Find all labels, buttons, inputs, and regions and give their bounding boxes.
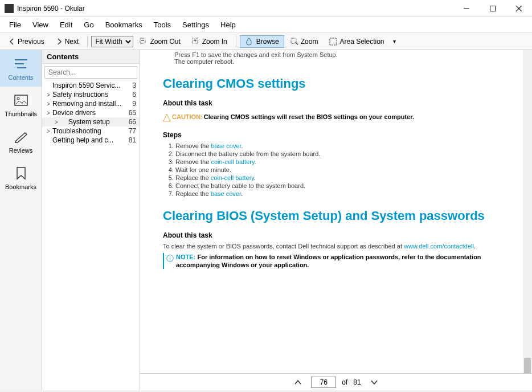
toc-label: Troubleshooting (52, 127, 124, 135)
menu-tools[interactable]: Tools (149, 18, 175, 31)
contents-icon (13, 56, 29, 72)
about-task-label-2: About this task (163, 231, 509, 239)
minimize-button[interactable] (453, 0, 480, 17)
toc-expand-icon[interactable]: > (44, 101, 52, 107)
menu-settings[interactable]: Settings (178, 18, 214, 31)
svg-point-16 (17, 97, 19, 100)
search-input[interactable] (44, 66, 137, 79)
step-item: Connect the battery cable to the system … (175, 182, 509, 189)
page-of-label: of (342, 378, 347, 386)
toc-item[interactable]: >Safety instructions6 (42, 90, 140, 99)
caution-text: Clearing CMOS settings will reset the BI… (204, 113, 414, 120)
zoom-in-button[interactable]: Zoom In (187, 35, 232, 48)
menu-file[interactable]: File (5, 18, 26, 31)
area-selection-label: Area Selection (339, 38, 384, 46)
toc-item[interactable]: >Removing and install...9 (42, 99, 140, 108)
sidebar-tabs: Contents Thumbnails Reviews Bookmarks (0, 50, 42, 390)
caution-icon: △ (163, 111, 171, 123)
area-selection-button[interactable]: Area Selection (324, 35, 389, 48)
zoom-tool-button[interactable]: Zoom (285, 35, 324, 48)
document-viewport[interactable]: Press F1 to save the changes and exit fr… (140, 50, 532, 373)
toc-item[interactable]: Inspiron 5590 Servic...3 (42, 81, 140, 90)
scrollbar-thumb[interactable] (524, 358, 531, 373)
sidebar-tab-bookmarks[interactable]: Bookmarks (0, 160, 42, 196)
toc-item[interactable]: >Device drivers65 (42, 108, 140, 117)
zoom-label: Zoom (301, 38, 318, 46)
next-button[interactable]: Next (51, 35, 84, 48)
menu-edit[interactable]: Edit (55, 18, 77, 31)
step-link[interactable]: base cover (211, 190, 241, 197)
previous-button[interactable]: Previous (3, 35, 50, 48)
toc-item[interactable]: >System setup66 (42, 117, 140, 126)
zoom-in-icon (192, 38, 200, 46)
step-item: Replace the base cover. (175, 190, 509, 197)
zoom-select[interactable]: Fit Width (91, 36, 133, 47)
zoom-out-button[interactable]: Zoom Out (134, 35, 185, 48)
selection-icon (329, 38, 337, 46)
window-title: Inspiron 5590 - Okular (17, 5, 85, 13)
reviews-icon (13, 129, 29, 145)
maximize-button[interactable] (480, 0, 506, 17)
sidebar-tab-thumbnails[interactable]: Thumbnails (0, 87, 42, 123)
zoom-in-label: Zoom In (202, 38, 227, 46)
page-number-input[interactable] (311, 377, 336, 388)
zoom-out-icon (140, 38, 148, 46)
heading-clearing-bios: Clearing BIOS (System Setup) and System … (163, 209, 509, 223)
para-pre: To clear the system or BIOS passwords, c… (163, 243, 404, 250)
svg-rect-1 (490, 6, 496, 11)
toc-item[interactable]: Getting help and c...81 (42, 136, 140, 145)
toc-label: System setup (60, 118, 124, 126)
cut-text-1: Press F1 to save the changes and exit fr… (174, 51, 509, 58)
toc-list: Inspiron 5590 Servic...3>Safety instruct… (42, 81, 140, 390)
step-item: Remove the base cover. (175, 142, 509, 149)
heading-clearing-cmos: Clearing CMOS settings (163, 76, 509, 91)
steps-list: Remove the base cover.Disconnect the bat… (163, 142, 509, 197)
toc-expand-icon[interactable]: > (52, 119, 60, 125)
step-link[interactable]: coin-cell battery (211, 158, 254, 165)
contact-link[interactable]: www.dell.com/contactdell (404, 243, 474, 250)
menu-bar: File View Edit Go Bookmarks Tools Settin… (0, 17, 532, 33)
menu-bookmarks[interactable]: Bookmarks (101, 18, 147, 31)
toc-expand-icon[interactable]: > (44, 110, 52, 116)
step-item: Wait for one minute. (175, 166, 509, 173)
step-link[interactable]: coin-cell battery (211, 174, 254, 181)
steps-label: Steps (163, 131, 509, 139)
sidebar-tab-contents[interactable]: Contents (0, 50, 42, 87)
toc-page: 65 (124, 109, 137, 117)
sidebar-tab-reviews[interactable]: Reviews (0, 123, 42, 160)
menu-help[interactable]: Help (216, 18, 240, 31)
menu-view[interactable]: View (28, 18, 53, 31)
cut-text-2: The computer reboot. (174, 58, 509, 65)
document-area: Press F1 to save the changes and exit fr… (140, 50, 532, 390)
zoom-icon (290, 38, 298, 46)
toc-page: 77 (124, 127, 137, 135)
step-link[interactable]: base cover (211, 142, 241, 149)
toc-expand-icon[interactable]: > (44, 92, 52, 98)
step-item: Replace the coin-cell battery. (175, 174, 509, 181)
chevron-right-icon (56, 38, 63, 45)
about-task-label: About this task (163, 99, 509, 107)
next-label: Next (65, 38, 79, 46)
menu-go[interactable]: Go (79, 18, 98, 31)
page-up-button[interactable] (290, 378, 305, 386)
vertical-scrollbar[interactable] (523, 50, 532, 373)
toc-page: 3 (124, 81, 137, 89)
toc-item[interactable]: >Troubleshooting77 (42, 126, 140, 136)
sidebar-tab-bookmarks-label: Bookmarks (5, 183, 36, 190)
para-post: . (474, 243, 476, 250)
chevron-left-icon (9, 38, 15, 45)
note-text: For information on how to reset Windows … (176, 254, 481, 268)
step-item: Remove the coin-cell battery. (175, 158, 509, 165)
toc-page: 81 (124, 136, 137, 144)
dropdown-arrow-icon[interactable]: ▾ (393, 38, 396, 44)
sidebar-tab-reviews-label: Reviews (9, 147, 33, 154)
toc-label: Inspiron 5590 Servic... (52, 81, 124, 89)
close-button[interactable] (506, 0, 532, 17)
contents-panel: Contents Inspiron 5590 Servic...3>Safety… (42, 50, 140, 390)
browse-button[interactable]: Browse (240, 35, 284, 48)
toc-label: Safety instructions (52, 91, 124, 99)
page-down-button[interactable] (367, 378, 382, 386)
step-item: Disconnect the battery cable from the sy… (175, 150, 509, 157)
toc-label: Getting help and c... (52, 136, 124, 144)
toc-expand-icon[interactable]: > (44, 128, 52, 134)
